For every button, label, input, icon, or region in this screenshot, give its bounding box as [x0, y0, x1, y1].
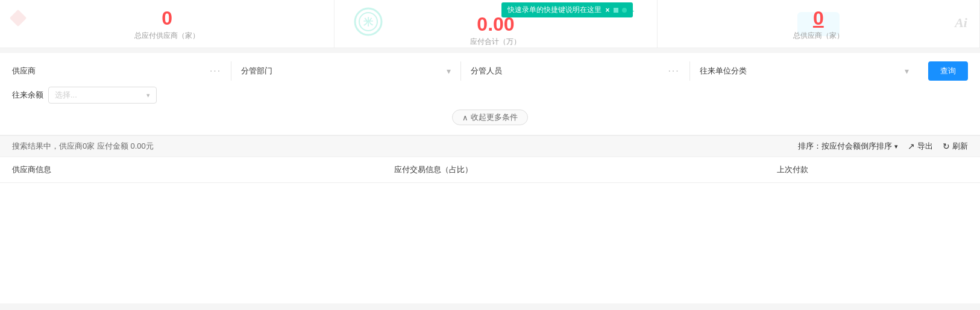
- svg-rect-0: [10, 10, 27, 26]
- diamond-icon: [6, 6, 30, 30]
- supplier-more-icon[interactable]: ···: [210, 66, 221, 76]
- refresh-label: 刷新: [952, 141, 968, 152]
- refresh-button[interactable]: ↻ 刷新: [943, 141, 968, 152]
- collapse-button[interactable]: ∧ 收起更多条件: [452, 110, 528, 125]
- table-header: 供应商信息 应付交易信息（占比） 上次付款: [0, 157, 980, 183]
- collapse-up-icon: ∧: [462, 113, 468, 122]
- payable-total-card: 米 快速录单的快捷键说明在这里 × 0.00 应付合计（万）: [335, 0, 657, 48]
- supplier-filter: 供应商 ···: [12, 61, 231, 81]
- tooltip-close-icon[interactable]: ×: [605, 6, 609, 14]
- query-button[interactable]: 查询: [928, 61, 968, 81]
- person-input[interactable]: [507, 67, 668, 76]
- payable-suppliers-card: 0 总应付供应商（家）: [0, 0, 335, 48]
- supplier-count: 0: [813, 7, 824, 29]
- filter-section: 供应商 ··· 分管部门 ▾ 分管人员 ··· 往来单位分类 ▾: [0, 53, 980, 135]
- stats-section: 0 总应付供应商（家） 米 快速录单的快捷键说明在这里 × 0.00 应付合计（…: [0, 0, 980, 48]
- export-button[interactable]: ↗ 导出: [908, 141, 933, 152]
- filter-row-2: 往来余额 选择... ▾: [12, 87, 968, 104]
- unit-class-select[interactable]: ▾: [752, 66, 909, 76]
- payable-label: 总应付供应商（家）: [134, 31, 199, 41]
- supplier-label: 供应商: [12, 66, 36, 76]
- supplier-label: 总供应商（家）: [793, 31, 844, 41]
- payable-count: 0: [162, 7, 172, 29]
- col-supplier-info: 供应商信息: [12, 164, 394, 175]
- tooltip-text: 快速录单的快捷键说明在这里: [507, 5, 602, 15]
- person-filter: 分管人员 ···: [461, 61, 690, 81]
- table-body: [0, 183, 980, 303]
- result-text: 搜索结果中，供应商0家 应付金额 0.00元: [12, 141, 798, 152]
- col-payable-info: 应付交易信息（占比）: [394, 164, 776, 175]
- balance-select[interactable]: 选择... ▾: [48, 87, 157, 104]
- unit-class-filter: 往来单位分类 ▾: [690, 61, 919, 81]
- department-select[interactable]: ▾: [277, 66, 450, 76]
- col-last-payment: 上次付款: [777, 164, 968, 175]
- query-btn-wrap: 查询: [919, 61, 968, 81]
- filter-row-1: 供应商 ··· 分管部门 ▾ 分管人员 ··· 往来单位分类 ▾: [12, 61, 968, 81]
- balance-label: 往来余额: [12, 90, 43, 101]
- collapse-label: 收起更多条件: [471, 112, 518, 123]
- payable-total-label: 应付合计（万）: [470, 37, 521, 47]
- department-chevron-icon: ▾: [447, 66, 451, 76]
- person-label: 分管人员: [471, 66, 502, 76]
- balance-select-placeholder: 选择...: [55, 90, 146, 101]
- ai-label: Ai: [955, 15, 967, 33]
- department-filter: 分管部门 ▾: [231, 61, 460, 81]
- sort-select[interactable]: 排序：按应付会额倒序排序 ▾: [798, 141, 898, 152]
- sort-label: 排序：按应付会额倒序排序: [798, 141, 892, 152]
- refresh-icon: ↻: [943, 141, 950, 151]
- department-label: 分管部门: [241, 66, 272, 76]
- unit-class-chevron-icon: ▾: [905, 66, 909, 76]
- svg-text:米: 米: [363, 17, 374, 27]
- sort-chevron-icon: ▾: [894, 143, 898, 150]
- balance-chevron-icon: ▾: [146, 91, 150, 99]
- shortcut-tooltip: 快速录单的快捷键说明在这里 ×: [501, 2, 632, 17]
- person-more-icon[interactable]: ···: [668, 66, 679, 76]
- supplier-input[interactable]: [40, 67, 210, 76]
- unit-class-label: 往来单位分类: [700, 66, 747, 76]
- result-bar: 搜索结果中，供应商0家 应付金额 0.00元 排序：按应付会额倒序排序 ▾ ↗ …: [0, 135, 980, 157]
- result-actions: 排序：按应付会额倒序排序 ▾ ↗ 导出 ↻ 刷新: [798, 141, 968, 152]
- coin-bg-icon: 米: [353, 6, 384, 37]
- collapse-bar: ∧ 收起更多条件: [12, 107, 968, 131]
- export-label: 导出: [917, 141, 933, 152]
- total-suppliers-card: 0 总供应商（家） Ai: [658, 0, 980, 48]
- export-icon: ↗: [908, 141, 915, 151]
